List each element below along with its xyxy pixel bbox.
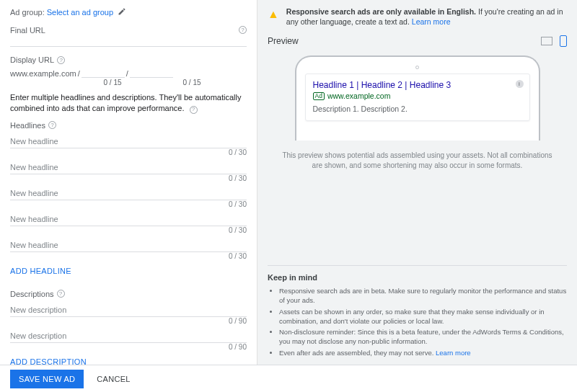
headline-input[interactable]: New headline0 / 30 xyxy=(10,161,247,174)
final-url-label: Final URL xyxy=(10,26,45,35)
phone-speaker-icon xyxy=(415,66,419,69)
display-url-label: Display URL xyxy=(10,55,54,64)
pencil-icon[interactable] xyxy=(118,7,126,17)
editor-panel: Ad group: Select an ad group Final URL ?… xyxy=(0,0,257,365)
learn-more-link[interactable]: Learn more xyxy=(412,17,451,26)
learn-more-link[interactable]: Learn more xyxy=(436,349,471,357)
keep-item: Responsive search ads are in beta. Make … xyxy=(279,286,567,306)
mobile-icon[interactable] xyxy=(560,35,567,47)
display-url-base: www.example.com xyxy=(10,69,76,78)
adgroup-select-link[interactable]: Select an ad group xyxy=(47,8,113,17)
help-icon[interactable]: ? xyxy=(57,56,65,64)
preview-panel: ▲ Responsive search ads are only availab… xyxy=(257,0,577,365)
help-icon[interactable]: ? xyxy=(239,26,247,34)
ad-url: www.example.com xyxy=(327,92,391,100)
keep-in-mind-section: Keep in mind Responsive search ads are i… xyxy=(268,265,567,359)
display-url-row: www.example.com / / xyxy=(10,68,247,78)
add-headline-button[interactable]: ADD HEADLINE xyxy=(10,267,247,275)
add-description-button[interactable]: ADD DESCRIPTION xyxy=(10,357,247,366)
headlines-label: Headlines xyxy=(10,121,45,130)
info-icon[interactable]: i xyxy=(516,80,524,88)
warning-banner: ▲ Responsive search ads are only availab… xyxy=(268,7,567,27)
path2-input[interactable] xyxy=(130,68,173,78)
keep-item: Even after ads are assembled, they may n… xyxy=(279,348,567,357)
ad-description: Description 1. Description 2. xyxy=(313,104,522,113)
desktop-icon[interactable] xyxy=(541,37,552,45)
device-toggle xyxy=(541,35,567,47)
keep-item: Non-disclosure reminder: Since this is a… xyxy=(279,327,567,347)
preview-label: Preview xyxy=(268,36,299,46)
cancel-button[interactable]: CANCEL xyxy=(97,375,130,383)
description-input[interactable]: New description0 / 90 xyxy=(10,330,247,343)
ad-badge: Ad xyxy=(313,92,325,100)
headline-input[interactable]: New headline0 / 30 xyxy=(10,187,247,200)
keep-in-mind-title: Keep in mind xyxy=(268,273,567,282)
help-icon[interactable]: ? xyxy=(48,121,56,129)
path1-input[interactable] xyxy=(82,68,125,78)
description-input[interactable]: New description0 / 90 xyxy=(10,304,247,317)
headline-input[interactable]: New headline0 / 30 xyxy=(10,135,247,148)
headline-input[interactable]: New headline0 / 30 xyxy=(10,239,247,252)
adgroup-row: Ad group: Select an ad group xyxy=(10,7,247,17)
adgroup-label: Ad group: xyxy=(10,8,45,17)
path2-counter: 0 / 15 xyxy=(153,79,231,86)
help-icon[interactable]: ? xyxy=(190,106,198,114)
final-url-input[interactable] xyxy=(10,35,247,47)
ad-preview-card: i Headline 1 | Headline 2 | Headline 3 A… xyxy=(305,74,530,121)
help-icon[interactable]: ? xyxy=(57,290,65,298)
headline-input[interactable]: New headline0 / 30 xyxy=(10,213,247,226)
save-button[interactable]: SAVE NEW AD xyxy=(10,370,84,388)
instruction-text: Enter multiple headlines and description… xyxy=(10,92,247,114)
path1-counter: 0 / 15 xyxy=(74,79,151,86)
preview-note: This preview shows potential ads assembl… xyxy=(268,151,567,170)
descriptions-label: Descriptions xyxy=(10,290,54,298)
ad-headline: Headline 1 | Headline 2 | Headline 3 xyxy=(313,80,522,90)
phone-frame: i Headline 1 | Headline 2 | Headline 3 A… xyxy=(295,55,540,141)
warning-icon: ▲ xyxy=(268,7,279,27)
final-url-field: Final URL ? xyxy=(10,26,247,47)
keep-item: Assets can be shown in any order, so mak… xyxy=(279,307,567,326)
